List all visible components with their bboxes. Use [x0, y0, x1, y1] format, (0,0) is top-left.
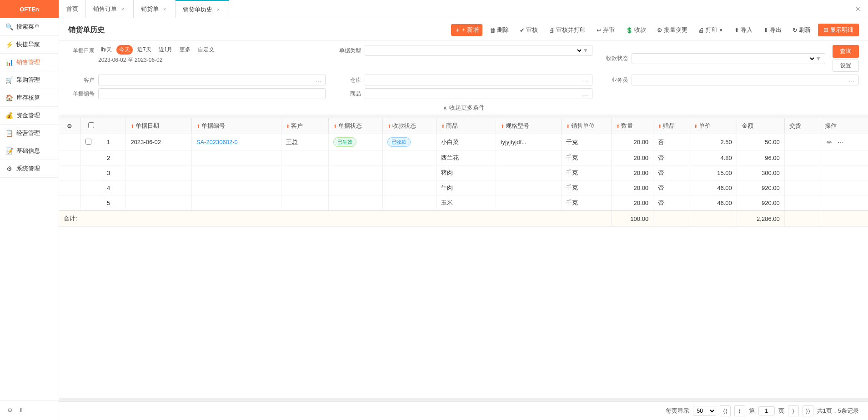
date-1month[interactable]: 近1月 [156, 45, 176, 55]
window-close-icon[interactable]: ✕ [852, 5, 864, 13]
audit-button[interactable]: ✔ 审核 [516, 24, 542, 36]
sidebar-item-operation[interactable]: 📋 经营管理 [0, 125, 59, 142]
tab-sales-order-close[interactable]: × [120, 6, 126, 12]
show-detail-button[interactable]: ⊞ 显示明细 [818, 24, 859, 36]
sidebar-item-search-menu[interactable]: 🔍 搜索菜单 [0, 18, 59, 36]
sidebar-item-purchase-mgmt[interactable]: 🛒 采购管理 [0, 71, 59, 89]
staff-dots-btn[interactable]: … [848, 76, 855, 84]
abandon-button[interactable]: ↩ 弃审 [593, 24, 618, 36]
sidebar-item-label: 库存核算 [16, 94, 40, 102]
td-customer-1: 王总 [281, 134, 329, 150]
th-unit-price[interactable]: ⬆ 单价 [689, 118, 737, 134]
table-row: 3 猪肉 千克 20.00 否 15.00 300.00 [59, 165, 868, 180]
page-number-input[interactable]: 1 [758, 406, 775, 415]
next-page-btn[interactable]: ⟩ [788, 405, 799, 416]
prev-page-btn[interactable]: ⟨ [734, 405, 745, 416]
td-gift-4: 否 [653, 180, 689, 195]
staff-filter: 业务员 … [602, 75, 859, 85]
select-all-checkbox[interactable] [88, 122, 94, 128]
date-7days[interactable]: 近7天 [135, 45, 154, 55]
th-qty[interactable]: ⬆ 数量 [612, 118, 653, 134]
tab-sales-goods-close[interactable]: × [161, 6, 168, 12]
sidebar-item-base-info[interactable]: 📝 基础信息 [0, 142, 59, 160]
goods-input[interactable] [369, 90, 582, 97]
tab-sales-order[interactable]: 销售订单 × [86, 0, 134, 18]
more-icon-1[interactable]: ⋯ [836, 138, 846, 147]
td-action-1: ✏ ⋯ [820, 134, 868, 150]
sidebar-item-quick-nav[interactable]: ⚡ 快捷导航 [0, 36, 59, 54]
td-delivery-1 [784, 134, 820, 150]
settings-icon[interactable]: ⚙ [7, 407, 13, 414]
doc-no-link-1[interactable]: SA-20230602-0 [196, 139, 238, 145]
th-doc-no[interactable]: ⬆ 单据编号 [191, 118, 281, 134]
date-yesterday[interactable]: 昨天 [98, 45, 115, 55]
customer-dots-btn[interactable]: … [315, 76, 321, 84]
tab-sales-goods[interactable]: 销货单 × [134, 0, 176, 18]
import-icon: ⬆ [734, 27, 739, 34]
date-today[interactable]: 今天 [116, 45, 133, 55]
td-goods-3: 猪肉 [436, 165, 496, 180]
doc-no-label: 单据编号 [68, 90, 95, 98]
td-doc-no-5 [191, 195, 281, 211]
new-button[interactable]: ＋ + 新增 [451, 24, 482, 36]
th-unit[interactable]: ⬆ 销售单位 [562, 118, 612, 134]
doc-type-select[interactable] [369, 47, 582, 54]
td-check-3 [80, 165, 102, 180]
audit-print-button[interactable]: 🖨 审核并打印 [545, 24, 589, 36]
th-spec[interactable]: ⬆ 规格型号 [496, 118, 561, 134]
row1-checkbox[interactable] [85, 139, 91, 145]
collect-button[interactable]: 💲 收款 [622, 24, 650, 36]
th-doc-status[interactable]: ⬆ 单据状态 [329, 118, 382, 134]
tab-bar: 首页 销售订单 × 销货单 × 销货单历史 × ✕ [59, 0, 868, 18]
customer-input[interactable] [102, 77, 315, 83]
last-page-btn[interactable]: ⟩⟩ [803, 405, 813, 416]
td-gear-4 [59, 180, 80, 195]
date-custom[interactable]: 自定义 [195, 45, 217, 55]
warehouse-input[interactable] [369, 77, 582, 83]
pause-icon[interactable]: ⏸ [18, 407, 24, 414]
import-button[interactable]: ⬆ 导入 [731, 24, 756, 36]
print-button[interactable]: 🖨 打印 ▼ [695, 24, 727, 36]
sort-icon: ⬆ [333, 124, 337, 129]
sidebar-item-finance[interactable]: 💰 资金管理 [0, 107, 59, 125]
td-summary-empty3 [784, 210, 820, 227]
th-collect-status[interactable]: ⬆ 收款状态 [382, 118, 436, 134]
sidebar-item-label: 销售管理 [16, 58, 40, 66]
gear-icon[interactable]: ⚙ [67, 123, 72, 130]
warehouse-dots-btn[interactable]: … [582, 76, 588, 84]
page-header: 销货单历史 ＋ + 新增 🗑 删除 ✔ 审核 🖨 审核并打印 [59, 18, 868, 40]
sort-icon: ⬆ [616, 124, 620, 129]
staff-input[interactable] [636, 77, 848, 83]
sidebar-item-sales-mgmt[interactable]: 📊 销售管理 [0, 54, 59, 71]
goods-dots-btn[interactable]: … [582, 90, 588, 97]
batch-change-button[interactable]: ⚙ 批量变更 [653, 24, 691, 36]
refresh-button[interactable]: ↻ 刷新 [789, 24, 814, 36]
td-amount-4: 920.00 [737, 180, 784, 195]
first-page-btn[interactable]: ⟨⟨ [720, 405, 731, 416]
doc-no-input[interactable] [98, 88, 326, 99]
th-customer[interactable]: ⬆ 客户 [281, 118, 329, 134]
tab-sales-order-label: 销售订单 [93, 5, 117, 13]
sidebar-item-inventory[interactable]: 🏠 库存核算 [0, 89, 59, 107]
date-more[interactable]: 更多 [177, 45, 193, 55]
th-doc-date[interactable]: ⬆ 单据日期 [126, 118, 191, 134]
th-goods[interactable]: ⬆ 商品 [436, 118, 496, 134]
tab-home[interactable]: 首页 [59, 0, 86, 18]
setting-button[interactable]: 设置 [833, 60, 859, 72]
collect-status-select[interactable] [636, 55, 816, 62]
td-spec-5 [496, 195, 561, 211]
edit-icon-1[interactable]: ✏ [825, 138, 834, 147]
doc-date-sortable[interactable]: ⬆ 单据日期 [130, 122, 186, 130]
th-gift[interactable]: ⬆ 赠品 [653, 118, 689, 134]
tab-sales-history-close[interactable]: × [215, 6, 221, 13]
sidebar-item-sys-mgmt[interactable]: ⚙ 系统管理 [0, 160, 59, 178]
horizontal-scrollbar[interactable] [59, 398, 868, 401]
table-body: 1 2023-06-02 SA-20230602-0 王总 已生效 [59, 134, 868, 227]
delete-button[interactable]: 🗑 删除 [486, 24, 512, 36]
pagination: 每页显示 50 100 200 ⟨⟨ ⟨ 第 1 页 ⟩ ⟩⟩ 共1页，5条记录 [59, 401, 868, 420]
export-button[interactable]: ⬇ 导出 [760, 24, 785, 36]
collapse-button[interactable]: ∧ 收起更多条件 [68, 102, 859, 115]
query-button[interactable]: 查询 [833, 45, 859, 58]
per-page-select[interactable]: 50 100 200 [693, 406, 716, 416]
tab-sales-history[interactable]: 销货单历史 × [176, 0, 229, 18]
